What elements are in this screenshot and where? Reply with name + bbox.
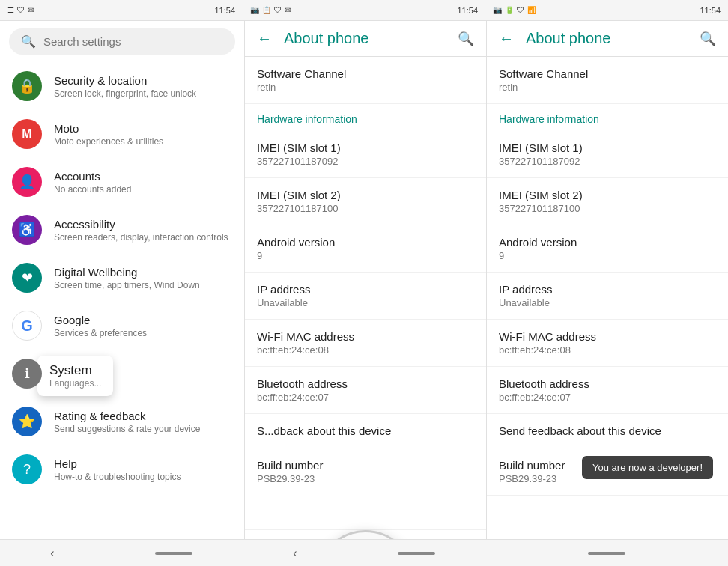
time-left: 11:54 xyxy=(214,6,235,15)
toast-notification: You are now a developer! xyxy=(582,456,713,479)
system-tooltip-title: System xyxy=(49,363,101,378)
software-channel-value-2: retin xyxy=(499,82,716,93)
about-item-ip-2[interactable]: IP address Unavailable xyxy=(487,273,728,320)
about-item-wifi-2[interactable]: Wi-Fi MAC address bc:ff:eb:24:ce:08 xyxy=(487,320,728,367)
about-title-1: About phone xyxy=(284,30,446,47)
security-icon: 🔒 xyxy=(12,71,42,101)
moto-subtitle: Moto experiences & utilities xyxy=(54,136,232,147)
back-button-1[interactable]: ← xyxy=(257,30,272,47)
imei1-title-2: IMEI (SIM slot 1) xyxy=(499,142,716,154)
icon-camera-mid: 📷 xyxy=(250,6,259,14)
sidebar-item-accounts[interactable]: 👤 Accounts No accounts added xyxy=(0,158,244,206)
main-layout: 🔍 🔒 Security & location Screen lock, fin… xyxy=(0,21,728,539)
search-input[interactable] xyxy=(43,35,223,48)
icon-shield-right: 🛡 xyxy=(517,6,524,14)
help-title: Help xyxy=(54,457,232,470)
bluetooth-title-2: Bluetooth address xyxy=(499,377,716,390)
about-item-feedback-2[interactable]: Send feedback about this device xyxy=(487,414,728,448)
search-icon-header-1[interactable]: 🔍 xyxy=(458,31,474,47)
ip-value-1: Unavailable xyxy=(257,297,474,308)
imei1-value-1: 357227101187092 xyxy=(257,156,474,167)
security-subtitle: Screen lock, fingerprint, face unlock xyxy=(54,88,232,99)
about-item-imei2-1[interactable]: IMEI (SIM slot 2) 357227101187100 xyxy=(245,178,486,225)
nav-back-mid[interactable]: ‹ xyxy=(293,547,297,560)
about-item-software-channel-2[interactable]: Software Channel retin xyxy=(487,57,728,104)
security-title: Security & location xyxy=(54,74,232,87)
back-button-2[interactable]: ← xyxy=(499,30,514,47)
icon-message-mid: ✉ xyxy=(285,6,291,14)
accounts-subtitle: No accounts added xyxy=(54,184,232,195)
imei2-value-2: 357227101187100 xyxy=(499,203,716,214)
nav-section-left: ‹ xyxy=(0,547,243,560)
icon-menu: ☰ xyxy=(7,6,14,14)
search-icon-header-2[interactable]: 🔍 xyxy=(700,31,716,47)
rating-title: Rating & feedback xyxy=(54,410,232,422)
nav-pill-left xyxy=(155,552,192,555)
help-subtitle: How-to & troubleshooting topics xyxy=(54,472,232,482)
nav-pill-mid xyxy=(398,552,435,555)
sidebar-item-help[interactable]: ? Help How-to & troubleshooting topics xyxy=(0,445,244,493)
moto-title: Moto xyxy=(54,122,232,135)
sidebar-item-wellbeing[interactable]: ❤ Digital Wellbeing Screen time, app tim… xyxy=(0,254,244,302)
about-item-bluetooth-2[interactable]: Bluetooth address bc:ff:eb:24:ce:07 xyxy=(487,367,728,414)
about-panel-1: ← About phone 🔍 Software Channel retin H… xyxy=(245,21,487,539)
sidebar-item-moto[interactable]: M Moto Moto experiences & utilities xyxy=(0,110,244,158)
settings-list: 🔒 Security & location Screen lock, finge… xyxy=(0,62,244,539)
wifi-title-1: Wi-Fi MAC address xyxy=(257,330,474,343)
about-item-android-1[interactable]: Android version 9 xyxy=(245,225,486,273)
software-channel-title-2: Software Channel xyxy=(499,67,716,80)
build-value-1: PSB29.39-23 xyxy=(257,473,474,484)
icon-camera-right: 📷 xyxy=(493,6,502,14)
build-circle: Build number PSB29.39-23 xyxy=(317,530,414,539)
help-icon: ? xyxy=(12,454,42,484)
right-panels: ← About phone 🔍 Software Channel retin H… xyxy=(245,21,728,539)
sidebar-item-system[interactable]: System Languages... ℹ System Languages, … xyxy=(0,350,244,398)
system-tooltip: System Languages... xyxy=(37,356,113,396)
about-item-imei2-2[interactable]: IMEI (SIM slot 2) 357227101187100 xyxy=(487,178,728,225)
icon-signal-right: 📶 xyxy=(527,6,536,14)
sidebar-item-rating[interactable]: ⭐ Rating & feedback Send suggestions & r… xyxy=(0,398,244,445)
time-right: 11:54 xyxy=(700,6,721,15)
about-panel-2: ← About phone 🔍 Software Channel retin H… xyxy=(487,21,728,539)
about-item-ip-1[interactable]: IP address Unavailable xyxy=(245,273,486,320)
status-icons-right: 📷 🔋 🛡 📶 xyxy=(493,6,536,14)
bluetooth-title-1: Bluetooth address xyxy=(257,377,474,390)
search-bar[interactable]: 🔍 xyxy=(9,28,235,55)
about-item-android-2[interactable]: Android version 9 xyxy=(487,225,728,273)
google-icon: G xyxy=(12,311,42,341)
bluetooth-value-1: bc:ff:eb:24:ce:07 xyxy=(257,392,474,403)
hardware-info-title-2: Hardware information xyxy=(499,113,716,125)
about-item-imei1-2[interactable]: IMEI (SIM slot 1) 357227101187092 xyxy=(487,131,728,178)
feedback-title-1: S...dback about this device xyxy=(257,424,474,437)
icon-shield-mid: 🛡 xyxy=(274,6,282,14)
about-item-wifi-1[interactable]: Wi-Fi MAC address bc:ff:eb:24:ce:08 xyxy=(245,320,486,367)
wellbeing-icon: ❤ xyxy=(12,263,42,293)
about-item-build-1[interactable]: Build number PSB29.39-23 xyxy=(245,448,486,530)
build-title-1: Build number xyxy=(257,459,474,472)
about-list-1: Software Channel retin Hardware informat… xyxy=(245,57,486,539)
wellbeing-title: Digital Wellbeing xyxy=(54,266,232,279)
status-bar-mid: 📷 📋 🛡 ✉ 11:54 xyxy=(243,6,485,15)
nav-section-mid: ‹ xyxy=(243,547,485,560)
android-title-2: Android version xyxy=(499,236,716,249)
imei2-title-2: IMEI (SIM slot 2) xyxy=(499,189,716,201)
about-item-bluetooth-1[interactable]: Bluetooth address bc:ff:eb:24:ce:07 xyxy=(245,367,486,414)
wellbeing-subtitle: Screen time, app timers, Wind Down xyxy=(54,280,232,290)
sidebar-item-security[interactable]: 🔒 Security & location Screen lock, finge… xyxy=(0,62,244,110)
icon-battery-right: 🔋 xyxy=(505,6,514,14)
sidebar-item-accessibility[interactable]: ♿ Accessibility Screen readers, display,… xyxy=(0,206,244,254)
moto-icon: M xyxy=(12,119,42,149)
sidebar-item-google[interactable]: G Google Services & preferences xyxy=(0,302,244,350)
google-title: Google xyxy=(54,314,232,326)
android-value-2: 9 xyxy=(499,250,716,261)
android-title-1: Android version xyxy=(257,236,474,249)
icon-shield: 🛡 xyxy=(17,6,25,14)
settings-panel: 🔍 🔒 Security & location Screen lock, fin… xyxy=(0,21,245,539)
nav-back-left[interactable]: ‹ xyxy=(50,547,54,560)
about-title-2: About phone xyxy=(526,30,688,47)
about-item-feedback-1[interactable]: S...dback about this device xyxy=(245,414,486,448)
search-icon: 🔍 xyxy=(21,34,36,49)
about-item-software-channel-1[interactable]: Software Channel retin xyxy=(245,57,486,104)
hardware-info-title-1: Hardware information xyxy=(257,113,474,125)
about-item-imei1-1[interactable]: IMEI (SIM slot 1) 357227101187092 xyxy=(245,131,486,178)
